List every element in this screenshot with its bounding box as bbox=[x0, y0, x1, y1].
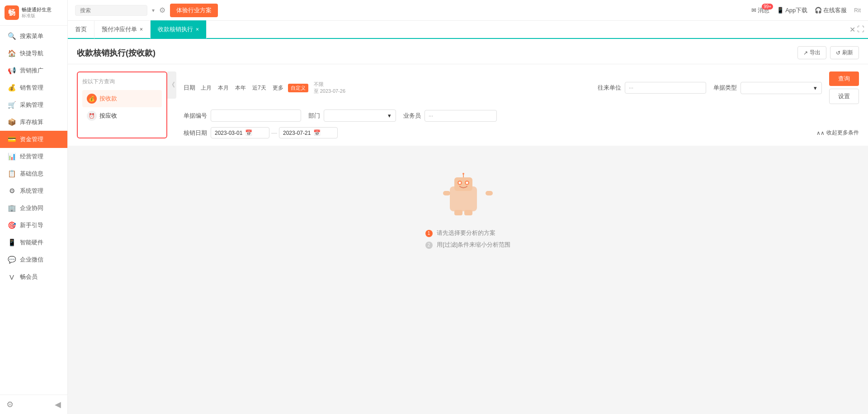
svg-rect-1 bbox=[454, 177, 472, 191]
user-name-label: Rit bbox=[854, 7, 861, 14]
date-btn-prev-month[interactable]: 上月 bbox=[199, 83, 213, 93]
step2-num: 2 bbox=[425, 242, 433, 249]
by-receipt-icon: 💰 bbox=[87, 94, 97, 104]
date-btn-7days[interactable]: 近7天 bbox=[250, 83, 268, 93]
member-icon: V bbox=[7, 273, 16, 281]
enterprise-icon: 🏢 bbox=[7, 204, 16, 212]
logo-icon: 畅 bbox=[5, 5, 19, 20]
sidebar-item-label: 营销推广 bbox=[20, 67, 43, 75]
sidebar-item-sales[interactable]: 💰 销售管理 bbox=[0, 79, 67, 96]
tab-maximize-button[interactable]: ⛶ bbox=[857, 25, 864, 33]
filter-option-by-receivable[interactable]: ⏰ 按应收 bbox=[82, 107, 162, 124]
filter-row-3: 核销日期 2023-03-01 📅 — 2023-07-21 📅 bbox=[184, 127, 859, 138]
sidebar-item-wechat[interactable]: 💬 企业微信 bbox=[0, 251, 67, 268]
voucher-no-field: 单据编号 bbox=[184, 109, 301, 122]
sidebar-item-label: 新手引导 bbox=[20, 221, 43, 229]
writeoff-date-start-input[interactable]: 2023-03-01 📅 bbox=[211, 127, 269, 138]
tabbar-actions: ✕ ⛶ bbox=[846, 25, 868, 34]
main-area: ▾ ⚙ 体验行业方案 ✉ 消息 99+ 📱 App下载 🎧 在线客服 Rit 首… bbox=[68, 0, 868, 414]
guide-icon: 🎯 bbox=[7, 221, 16, 229]
tab-prepay[interactable]: 预付冲应付单 × bbox=[94, 20, 151, 38]
sidebar-item-operations[interactable]: 📊 经营管理 bbox=[0, 148, 67, 165]
logo-title: 畅捷通好生意 bbox=[22, 6, 52, 13]
filter-panel-collapse-button[interactable]: 《 bbox=[167, 71, 176, 99]
finance-icon: 💳 bbox=[7, 135, 16, 143]
app-download-button[interactable]: 📱 App下载 bbox=[777, 6, 807, 14]
sidebar-item-purchase[interactable]: 🛒 采购管理 bbox=[0, 96, 67, 114]
svg-rect-11 bbox=[464, 210, 472, 215]
dept-select[interactable]: ▾ bbox=[324, 109, 396, 122]
filter-panel-title: 按以下方查询 bbox=[82, 78, 162, 86]
settings-button[interactable]: 设置 bbox=[829, 89, 859, 104]
writeoff-date-field: 核销日期 2023-03-01 📅 — 2023-07-21 📅 bbox=[184, 127, 338, 138]
sidebar-item-enterprise[interactable]: 🏢 企业协同 bbox=[0, 200, 67, 217]
voucher-no-label: 单据编号 bbox=[184, 112, 207, 120]
date-label: 日期 bbox=[184, 84, 195, 92]
inventory-icon: 📦 bbox=[7, 118, 16, 126]
export-button[interactable]: ↗ 导出 bbox=[797, 46, 826, 59]
refresh-button[interactable]: ↺ 刷新 bbox=[830, 46, 859, 59]
step1-text: 请先选择要分析的方案 bbox=[437, 229, 495, 236]
sidebar-item-system[interactable]: ⚙ 系统管理 bbox=[0, 182, 67, 200]
sidebar-item-label: 经营管理 bbox=[20, 152, 43, 161]
tab-receipt-write-off[interactable]: 收款核销执行 × bbox=[151, 20, 207, 38]
date-btn-curr-year[interactable]: 本年 bbox=[233, 83, 248, 93]
sidebar-item-marketing[interactable]: 📢 营销推广 bbox=[0, 62, 67, 79]
online-service-button[interactable]: 🎧 在线客服 bbox=[815, 6, 847, 14]
by-receipt-label: 按收款 bbox=[99, 95, 117, 103]
sidebar-logo: 畅 畅捷通好生意 标准版 bbox=[0, 0, 67, 26]
sidebar-item-search-menu[interactable]: 🔍 搜索菜单 bbox=[0, 28, 67, 45]
topbar-right: ✉ 消息 99+ 📱 App下载 🎧 在线客服 Rit bbox=[751, 6, 861, 14]
calendar-start-icon: 📅 bbox=[245, 129, 252, 136]
empty-steps-text: 1 请先选择要分析的方案 2 用[过滤]条件来缩小分析范围 bbox=[425, 227, 511, 251]
trade-partner-select-button[interactable]: ··· bbox=[625, 82, 706, 94]
collapse-more-button[interactable]: ∧∧ 收起更多条件 bbox=[816, 129, 859, 137]
sidebar-item-label: 快捷导航 bbox=[20, 49, 43, 57]
trade-partner-label: 往来单位 bbox=[598, 84, 621, 92]
date-btn-more[interactable]: 更多 bbox=[271, 83, 285, 93]
sidebar-item-label: 系统管理 bbox=[20, 187, 43, 195]
voucher-no-input[interactable] bbox=[211, 109, 301, 122]
sidebar-item-inventory[interactable]: 📦 库存核算 bbox=[0, 114, 67, 131]
sidebar-item-guide[interactable]: 🎯 新手引导 bbox=[0, 217, 67, 234]
operations-icon: 📊 bbox=[7, 152, 16, 161]
purchase-icon: 🛒 bbox=[7, 101, 16, 109]
voucher-type-label: 单据类型 bbox=[713, 84, 737, 92]
tab-home[interactable]: 首页 bbox=[68, 20, 94, 38]
sidebar-item-member[interactable]: V 畅会员 bbox=[0, 268, 67, 286]
topbar-search-input[interactable] bbox=[75, 5, 147, 16]
writeoff-date-label: 核销日期 bbox=[184, 129, 207, 137]
sidebar-item-quick-nav[interactable]: 🏠 快捷导航 bbox=[0, 45, 67, 62]
dept-field: 部门 ▾ bbox=[308, 109, 396, 122]
tab-receipt-write-off-close-icon[interactable]: × bbox=[196, 26, 199, 33]
svg-point-4 bbox=[459, 182, 461, 184]
sidebar-item-basic-info[interactable]: 📋 基础信息 bbox=[0, 165, 67, 182]
query-button[interactable]: 查询 bbox=[829, 71, 859, 86]
voucher-type-select[interactable]: ▾ bbox=[741, 82, 822, 94]
topbar-gear-icon[interactable]: ⚙ bbox=[159, 6, 165, 14]
collapse-icon: ∧∧ bbox=[816, 130, 825, 136]
writeoff-date-group: 2023-03-01 📅 — 2023-07-21 📅 bbox=[211, 127, 338, 138]
svg-rect-9 bbox=[486, 191, 493, 195]
tab-close-all-button[interactable]: ✕ bbox=[849, 25, 855, 34]
topbar: ▾ ⚙ 体验行业方案 ✉ 消息 99+ 📱 App下载 🎧 在线客服 Rit bbox=[68, 0, 868, 21]
tab-prepay-close-icon[interactable]: × bbox=[140, 26, 143, 33]
sidebar-item-label: 销售管理 bbox=[20, 84, 43, 92]
page-header: 收款核销执行(按收款) ↗ 导出 ↺ 刷新 bbox=[68, 39, 868, 64]
sidebar-item-finance[interactable]: 💳 资金管理 bbox=[0, 131, 67, 148]
filter-row-1: 日期 上月 本月 本年 近7天 更多 自定义 不限 至 2023-07-26 bbox=[184, 71, 859, 104]
basic-info-icon: 📋 bbox=[7, 170, 16, 178]
sidebar-item-hardware[interactable]: 📱 智能硬件 bbox=[0, 234, 67, 251]
sidebar-item-label: 采购管理 bbox=[20, 101, 43, 109]
marketing-icon: 📢 bbox=[7, 67, 16, 75]
writeoff-date-end-input[interactable]: 2023-07-21 📅 bbox=[279, 127, 338, 138]
message-button[interactable]: ✉ 消息 99+ bbox=[751, 6, 769, 14]
app-download-label: App下载 bbox=[785, 6, 807, 14]
date-btn-curr-month[interactable]: 本月 bbox=[216, 83, 231, 93]
filter-option-by-receipt[interactable]: 💰 按收款 bbox=[82, 90, 162, 107]
online-service-label: 在线客服 bbox=[823, 6, 847, 14]
sidebar-collapse-icon[interactable]: ◀ bbox=[55, 400, 61, 409]
industry-solution-button[interactable]: 体验行业方案 bbox=[170, 4, 218, 17]
sidebar-settings-icon[interactable]: ⚙ bbox=[6, 400, 14, 409]
staff-select-button[interactable]: ··· bbox=[425, 110, 497, 122]
